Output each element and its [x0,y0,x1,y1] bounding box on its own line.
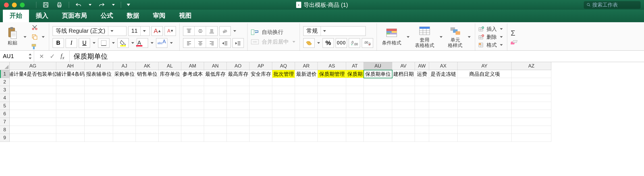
font-name-combo[interactable]: 等线 Regular (正文) [53,26,126,36]
cell-AZ5[interactable] [512,102,551,110]
cell-AM6[interactable] [181,110,204,118]
cell-AM2[interactable] [181,78,204,86]
cell-AI5[interactable] [85,102,113,110]
enter-formula-button[interactable]: ✓ [50,53,55,60]
copy-button[interactable] [30,33,39,41]
cell-AZ7[interactable] [512,118,551,126]
cell-AG1[interactable]: 辅计量4是否包装单位 [10,70,56,78]
undo-button[interactable] [74,1,83,9]
cell-AU8[interactable] [364,126,392,134]
cell-AM7[interactable] [181,118,204,126]
tab-insert[interactable]: 插入 [29,9,55,22]
font-name-dropdown[interactable] [108,26,115,36]
cell-AQ7[interactable] [272,118,295,126]
row-header-2[interactable]: 2 [0,78,10,86]
column-header-AV[interactable]: AV [392,62,415,70]
clear-button[interactable] [511,40,519,45]
cell-AP4[interactable] [250,94,272,102]
cell-AX7[interactable] [429,118,458,126]
column-header-AS[interactable]: AS [318,62,346,70]
cell-AT1[interactable]: 保质期 [346,70,364,78]
delete-cells-button[interactable]: 删除 [479,34,504,40]
row-header-3[interactable]: 3 [0,86,10,94]
cell-AJ7[interactable] [113,118,136,126]
cell-AZ3[interactable] [512,86,551,94]
column-header-AK[interactable]: AK [136,62,159,70]
close-window-button[interactable] [4,3,9,7]
cell-AU2[interactable] [364,78,392,86]
cell-AL2[interactable] [159,78,181,86]
cell-AZ9[interactable] [512,134,551,142]
cell-AQ3[interactable] [272,86,295,94]
cell-AI3[interactable] [85,86,113,94]
decrease-indent-button[interactable] [219,38,231,48]
cell-AS8[interactable] [318,126,346,134]
search-sheet-box[interactable] [584,1,641,9]
cond-fmt-dropdown[interactable] [406,35,410,39]
cell-AM9[interactable] [181,134,204,142]
cell-AY1[interactable]: 商品自定义项 [458,70,512,78]
percent-button[interactable]: % [323,38,334,48]
insert-cells-button[interactable]: 插入 [479,26,504,32]
cell-AP7[interactable] [250,118,272,126]
tab-view[interactable]: 视图 [172,9,198,22]
column-header-AH[interactable]: AH [56,62,85,70]
cell-AM4[interactable] [181,94,204,102]
tab-formulas[interactable]: 公式 [94,9,120,22]
cell-AJ2[interactable] [113,78,136,86]
cell-AZ2[interactable] [512,78,551,86]
cell-AW9[interactable] [415,134,429,142]
fx-button[interactable]: fx [61,52,64,60]
cell-AR3[interactable] [295,86,318,94]
cell-AP2[interactable] [250,78,272,86]
cell-AU9[interactable] [364,134,392,142]
align-middle-button[interactable] [195,26,206,36]
cell-AR9[interactable] [295,134,318,142]
cell-AH9[interactable] [56,134,85,142]
cell-AV9[interactable] [392,134,415,142]
column-header-AX[interactable]: AX [429,62,458,70]
cell-AH7[interactable] [56,118,85,126]
column-header-AZ[interactable]: AZ [512,62,551,70]
cell-AM1[interactable]: 参考成本 [181,70,204,78]
cell-AP9[interactable] [250,134,272,142]
column-header-AJ[interactable]: AJ [113,62,136,70]
cell-AO5[interactable] [227,102,250,110]
cell-AT9[interactable] [346,134,364,142]
align-bottom-button[interactable] [206,26,217,36]
cell-AL4[interactable] [159,94,181,102]
cell-AT3[interactable] [346,86,364,94]
increase-indent-button[interactable] [232,38,244,48]
cell-AK5[interactable] [136,102,159,110]
font-size-dropdown[interactable] [140,26,148,36]
cell-AS5[interactable] [318,102,346,110]
cancel-formula-button[interactable]: ✕ [39,53,44,60]
cell-AQ2[interactable] [272,78,295,86]
row-header-5[interactable]: 5 [0,102,10,110]
cell-AS1[interactable]: 保质期管理 [318,70,346,78]
cell-AS9[interactable] [318,134,346,142]
cell-AH4[interactable] [56,94,85,102]
format-cells-dropdown[interactable] [499,43,504,47]
cell-AK4[interactable] [136,94,159,102]
cell-AV1[interactable]: 建档日期 [392,70,415,78]
cell-AN8[interactable] [204,126,227,134]
cell-AO3[interactable] [227,86,250,94]
font-color-dropdown[interactable] [150,41,154,45]
increase-font-button[interactable]: A [151,26,163,36]
cell-AP6[interactable] [250,110,272,118]
insert-cells-dropdown[interactable] [499,27,504,31]
tab-review[interactable]: 审阅 [146,9,172,22]
cell-AP3[interactable] [250,86,272,94]
cell-AV5[interactable] [392,102,415,110]
cell-AW2[interactable] [415,78,429,86]
cell-AR8[interactable] [295,126,318,134]
cell-AG5[interactable] [10,102,56,110]
cell-AN4[interactable] [204,94,227,102]
cell-AK8[interactable] [136,126,159,134]
tab-data[interactable]: 数据 [120,9,146,22]
cell-AW8[interactable] [415,126,429,134]
cell-AN6[interactable] [204,110,227,118]
cell-AI4[interactable] [85,94,113,102]
column-header-AP[interactable]: AP [250,62,272,70]
